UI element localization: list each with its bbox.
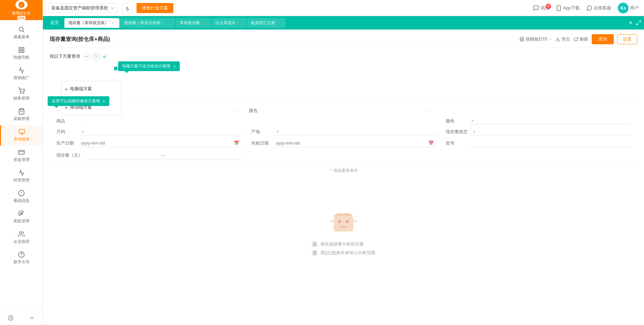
filter-stock-qty-min[interactable]	[87, 153, 159, 158]
filter-add-button[interactable]: +	[83, 53, 90, 60]
filter-item-stock-status: 现存量状态 ▼	[446, 128, 631, 135]
print-label: 按模板打印	[526, 36, 547, 42]
page-settings-button[interactable]: 设置	[617, 34, 637, 44]
svg-rect-37	[353, 220, 358, 222]
scheme-tree-desktop[interactable]: ▶ 电脑端方案	[61, 84, 121, 94]
filter-exp-date-input[interactable]	[276, 141, 429, 146]
system-name: 装备及固定资产辅助管理系统	[51, 5, 108, 11]
filter-size-select[interactable]: ▼	[79, 128, 241, 135]
settings-button[interactable]	[8, 315, 14, 321]
filter-batch-input[interactable]	[469, 139, 631, 147]
tooltip2-close[interactable]: ×	[103, 99, 105, 104]
filter-origin-select[interactable]: ▼	[274, 128, 436, 135]
filter-exp-date-wrap: 📅	[274, 139, 436, 147]
online-service-button[interactable]: 在线客服	[586, 5, 611, 11]
filter-item-size: 尺码 ▼	[56, 128, 241, 135]
tab-close-all-icon[interactable]	[628, 20, 633, 25]
tab-label: 出入库流水	[215, 20, 235, 26]
tab-close-4[interactable]: ×	[277, 20, 282, 25]
filter-mfg-date-label: 生产日期	[56, 140, 76, 146]
size-dropdown-icon: ▼	[81, 130, 85, 133]
export-button[interactable]: 导出	[555, 36, 570, 42]
filter-refresh-button[interactable]: ↻	[93, 53, 100, 60]
sidebar-item-purchase[interactable]: 采购管理	[0, 105, 43, 125]
color-dots[interactable]: ···	[425, 108, 438, 114]
tab-close-0[interactable]: ×	[111, 20, 115, 25]
empty-state: 1 请先选择要分析的方案 2 用[过滤]条件来缩小分析范围	[43, 177, 644, 283]
settings-icon-btn[interactable]	[122, 3, 132, 13]
sidebar-item-beginner[interactable]: 新手引导	[0, 248, 43, 268]
message-badge: 8	[546, 4, 551, 9]
svg-line-30	[637, 23, 638, 25]
tab-label: 现存量（库存状况表）	[68, 20, 109, 26]
filter-color-select[interactable]: ▼	[469, 118, 631, 124]
tab-close-1[interactable]: ×	[166, 20, 171, 25]
svg-line-29	[639, 21, 641, 22]
scheme-desktop-label: 电脑端方案	[70, 86, 92, 92]
tab-close-3[interactable]: ×	[237, 20, 242, 25]
tooltip1-text: 电脑方案可设为移动方案哦	[122, 63, 170, 69]
filter-stock-status-select[interactable]: ▼	[470, 128, 631, 135]
filter-size-label: 尺码	[56, 129, 76, 135]
exp-date-calendar-icon[interactable]: 📅	[428, 141, 434, 146]
color-dropdown-icon: ▼	[471, 119, 474, 123]
refresh-label: 刷新	[580, 36, 588, 42]
tab-close-2[interactable]: ×	[202, 20, 207, 25]
filter-stock-qty-max[interactable]	[167, 153, 239, 158]
sidebar-item-label: 经营管理	[13, 177, 30, 183]
svg-rect-4	[19, 48, 21, 50]
filter-rows: 商品 ··· 颜色 ▼ 尺码	[56, 118, 631, 159]
query-button[interactable]: 查询	[592, 34, 614, 44]
sidebar-item-label: 快捷导航	[13, 55, 30, 60]
tab-home[interactable]: 首页	[46, 18, 64, 28]
collapse-sidebar-button[interactable]	[29, 315, 35, 321]
tab-item-1[interactable]: 现存量（库存分布表） ×	[120, 18, 175, 28]
tooltip2-text: 这里可以创建和修改方案哦	[52, 98, 100, 104]
sidebar-item-collab[interactable]: 企业协同	[0, 227, 43, 248]
online-service-label: 在线客服	[594, 5, 611, 11]
filter-stock-qty-range: —	[85, 151, 241, 159]
header-right: 消息 8 App下载 在线客服 Ea 用户	[533, 3, 639, 13]
svg-rect-5	[22, 48, 24, 50]
top-header: 装备及固定资产辅助管理系统 体验行业方案 消息 8 App下载 在线客服	[43, 0, 644, 16]
message-button[interactable]: 消息 8	[533, 5, 549, 11]
sidebar-item-quicknav[interactable]: 快捷导航	[0, 43, 43, 64]
mfg-date-calendar-icon[interactable]: 📅	[234, 141, 239, 146]
try-industry-button[interactable]: 体验行业方案	[137, 3, 173, 13]
sidebar-item-basicinfo[interactable]: 基础信息	[0, 186, 43, 207]
tooltip1-close[interactable]: ×	[173, 64, 176, 69]
app-logo: 6 畅通好生意 标版	[0, 0, 43, 20]
sidebar-item-system[interactable]: 系统管理	[0, 207, 43, 227]
filter-item-color: 颜色 ▼	[446, 118, 631, 124]
app-download-button[interactable]: App下载	[556, 5, 580, 11]
tab-item-0[interactable]: 现存量（库存状况表） ×	[64, 18, 119, 28]
sidebar-item-inventory[interactable]: 库存核算	[0, 125, 43, 146]
filter-stock-status-label: 现存量状态	[446, 129, 468, 135]
user-area[interactable]: Ea 用户	[618, 3, 639, 13]
tab-maximize-icon[interactable]	[636, 20, 641, 25]
filter-mfg-date-input[interactable]	[81, 141, 234, 146]
filter-back-button[interactable]: «	[103, 53, 106, 60]
sidebar-item-label: 营销推广	[13, 75, 30, 81]
collapse-more-bar[interactable]: ⌃ 收起更多条件	[50, 164, 637, 177]
filter-item-commodity: 商品 ···	[56, 118, 241, 124]
sidebar-item-operations[interactable]: 经营管理	[0, 166, 43, 186]
print-dropdown-icon[interactable]: ▼	[549, 38, 552, 41]
svg-rect-11	[19, 129, 25, 133]
print-button[interactable]: 按模板打印 ▼	[520, 36, 552, 42]
tab-item-3[interactable]: 出入库流水 ×	[211, 18, 246, 28]
tab-item-4[interactable]: 收发存汇总表 ×	[247, 18, 286, 28]
filter-color-label2: 颜色	[446, 118, 466, 124]
commodity-dots2[interactable]: ···	[232, 108, 246, 114]
tab-item-2[interactable]: 库存批次账 ×	[176, 18, 211, 28]
refresh-button[interactable]: 刷新	[574, 36, 588, 42]
sidebar-item-finance[interactable]: 资金管理	[0, 146, 43, 166]
origin-dropdown-icon: ▼	[276, 130, 279, 133]
system-selector[interactable]: 装备及固定资产辅助管理系统	[48, 3, 118, 13]
sidebar-item-marketing[interactable]: 营销推广	[0, 64, 43, 84]
page-header: 现存量查询(按仓库+商品) 按模板打印 ▼ 导出 刷新	[43, 30, 644, 48]
filter-commodity-dots[interactable]: ···	[79, 118, 84, 124]
sidebar-item-label: 企业协同	[13, 239, 30, 245]
sidebar-item-sales[interactable]: 销售管理	[0, 84, 43, 105]
sidebar-item-search[interactable]: 搜索菜单	[0, 23, 43, 43]
